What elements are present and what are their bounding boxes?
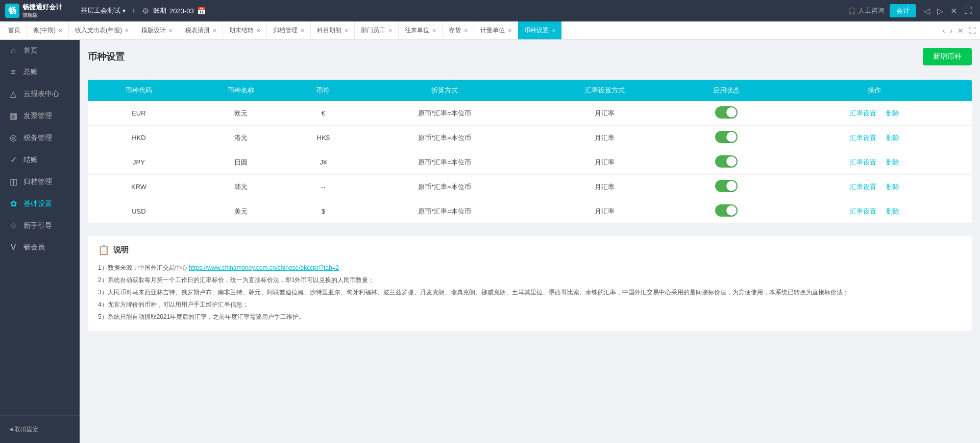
new-currency-btn[interactable]: 新增币种: [923, 48, 972, 65]
tab-close-icon[interactable]: ×: [213, 27, 216, 34]
logo-text: 畅捷通好会计 旗舰版: [22, 3, 62, 19]
sidebar-item-tax[interactable]: ◎ 税务管理: [0, 127, 80, 149]
cell-calc: 原币*汇率=本位币: [355, 199, 534, 224]
enable-toggle[interactable]: [715, 180, 738, 192]
sidebar-item-reports[interactable]: △ 云报表中心: [0, 83, 80, 105]
tab-存货[interactable]: 存货×: [443, 21, 474, 40]
tab-close-icon[interactable]: ×: [169, 27, 173, 34]
tab-模版设计[interactable]: 模版设计×: [135, 21, 179, 40]
tab-nav: ‹ › ✕ ⛶: [941, 26, 978, 36]
delete-link[interactable]: 删除: [886, 183, 899, 191]
cell-toggle[interactable]: [675, 126, 777, 150]
enable-toggle[interactable]: [715, 131, 738, 143]
sidebar-item-checkout[interactable]: ✓ 结账: [0, 149, 80, 171]
notice-item: 1）数据来源：中国外汇交易中心 https://www.chinamoney.c…: [98, 262, 962, 274]
tab-close-icon[interactable]: ×: [464, 27, 468, 34]
tax-icon: ◎: [8, 133, 18, 143]
tab-close-icon[interactable]: ×: [508, 27, 511, 34]
tab-归档管理[interactable]: 归档管理×: [267, 21, 311, 40]
settings-icon[interactable]: ⚙: [142, 6, 149, 16]
sidebar: ⌂ 首页 ≡ 总账 △ 云报表中心 ▦ 发票管理 ◎ 税务管理 ✓ 结账 ◫ 归…: [0, 40, 80, 443]
sidebar-label-archive: 归档管理: [23, 177, 52, 186]
tab-往来单位[interactable]: 往来单位×: [399, 21, 443, 40]
rate-setting-link[interactable]: 汇率设置: [850, 109, 876, 117]
enable-toggle[interactable]: [715, 155, 738, 168]
sidebar-label-guide: 新手引导: [23, 221, 52, 230]
sidebar-item-ledger[interactable]: ≡ 总账: [0, 61, 80, 83]
tab-close-all[interactable]: ✕: [955, 26, 966, 36]
col-币符: 币符: [292, 80, 355, 101]
close-btn[interactable]: ✕: [948, 5, 960, 17]
delete-link[interactable]: 删除: [886, 109, 899, 117]
enable-toggle[interactable]: [715, 106, 738, 119]
tab-账(中期)[interactable]: 账(中期)×: [27, 21, 69, 40]
table-body: EUR 欧元 € 原币*汇率=本位币 月汇率 汇率设置 删除 HKD 港元 HK…: [88, 101, 972, 224]
cell-toggle[interactable]: [675, 150, 777, 175]
accounting-btn[interactable]: 会计: [890, 4, 916, 17]
org-dropdown-icon[interactable]: ▾: [122, 7, 126, 14]
tab-计量单位[interactable]: 计量单位×: [474, 21, 518, 40]
notice-item: 2）系统自动获取每月第一个工作日的汇率标价，统一为直接标价法，即1外币可以兑换的…: [98, 274, 962, 286]
currency-table: 币种代码币种名称币符折算方式汇率设置方式启用状态操作 EUR 欧元 € 原币*汇…: [88, 80, 972, 224]
tab-close-icon[interactable]: ×: [388, 27, 392, 34]
tab-nav-next[interactable]: ›: [948, 26, 954, 36]
sidebar-item-basic[interactable]: ✿ 基础设置: [0, 193, 80, 215]
minimize-btn[interactable]: ◁: [921, 5, 933, 17]
tab-close-icon[interactable]: ×: [257, 27, 260, 34]
rate-setting-link[interactable]: 汇率设置: [850, 207, 876, 215]
tab-close-icon[interactable]: ×: [301, 27, 304, 34]
cell-toggle[interactable]: [675, 101, 777, 126]
rate-setting-link[interactable]: 汇率设置: [850, 134, 876, 142]
cell-toggle[interactable]: [675, 175, 777, 199]
sidebar-item-archive[interactable]: ◫ 归档管理: [0, 171, 80, 193]
tab-币种设置[interactable]: 币种设置×: [518, 21, 562, 40]
tab-税表清册[interactable]: 税表清册×: [179, 21, 223, 40]
calendar-icon[interactable]: 📅: [197, 7, 206, 15]
notice-icon: 📋: [98, 244, 109, 255]
cell-rate-type: 月汇率: [534, 101, 675, 126]
cell-rate-type: 月汇率: [534, 199, 675, 224]
checkout-icon: ✓: [8, 155, 18, 165]
org-selector[interactable]: 基层工会测试 ▾: [81, 6, 126, 15]
maximize-btn[interactable]: ▷: [935, 5, 946, 17]
delete-link[interactable]: 删除: [886, 207, 899, 215]
rate-setting-link[interactable]: 汇率设置: [850, 183, 876, 191]
tab-fullscreen[interactable]: ⛶: [967, 26, 978, 36]
toggle-knob: [726, 132, 737, 142]
customer-service-btn[interactable]: 🎧 人工咨询: [848, 6, 885, 15]
sidebar-item-invoice[interactable]: ▦ 发票管理: [0, 105, 80, 127]
tab-科目期初[interactable]: 科目期初×: [311, 21, 355, 40]
tab-close-icon[interactable]: ×: [552, 27, 555, 34]
cell-actions: 汇率设置 删除: [777, 126, 972, 150]
sidebar-label-member: 畅会员: [23, 243, 45, 252]
period-selector[interactable]: 账期 2023-03 📅: [153, 6, 206, 15]
cell-calc: 原币*汇率=本位币: [355, 175, 534, 199]
tab-收入支出表(年报)[interactable]: 收入支出表(年报)×: [69, 21, 135, 40]
enable-toggle[interactable]: [715, 204, 738, 217]
tab-首页[interactable]: 首页: [2, 21, 27, 40]
org-name: 基层工会测试: [81, 6, 120, 15]
fullscreen-btn[interactable]: ⛶: [962, 5, 975, 17]
cell-toggle[interactable]: [675, 199, 777, 224]
toggle-knob: [726, 107, 737, 118]
ledger-icon: ≡: [8, 67, 18, 77]
delete-link[interactable]: 删除: [886, 134, 899, 142]
tab-close-icon[interactable]: ×: [432, 27, 436, 34]
add-icon[interactable]: ＋: [130, 6, 138, 16]
delete-link[interactable]: 删除: [886, 158, 899, 166]
page-title: 币种设置: [88, 51, 125, 63]
tab-nav-prev[interactable]: ‹: [941, 26, 947, 36]
sidebar-pin-btn[interactable]: ◄取消固定: [0, 421, 80, 438]
external-link[interactable]: https://www.chinamoney.com.cn/chinese/bk…: [189, 264, 339, 271]
sidebar-item-home[interactable]: ⌂ 首页: [0, 40, 80, 61]
rate-setting-link[interactable]: 汇率设置: [850, 158, 876, 166]
member-icon: V: [8, 243, 18, 252]
sidebar-label-tax: 税务管理: [23, 133, 52, 143]
sidebar-item-member[interactable]: V 畅会员: [0, 237, 80, 258]
sidebar-item-guide[interactable]: ☆ 新手引导: [0, 215, 80, 237]
tab-部门员工[interactable]: 部门员工×: [355, 21, 399, 40]
tab-close-icon[interactable]: ×: [345, 27, 348, 34]
tab-close-icon[interactable]: ×: [125, 27, 129, 34]
tab-close-icon[interactable]: ×: [59, 27, 62, 34]
tab-期末结转[interactable]: 期末结转×: [223, 21, 267, 40]
